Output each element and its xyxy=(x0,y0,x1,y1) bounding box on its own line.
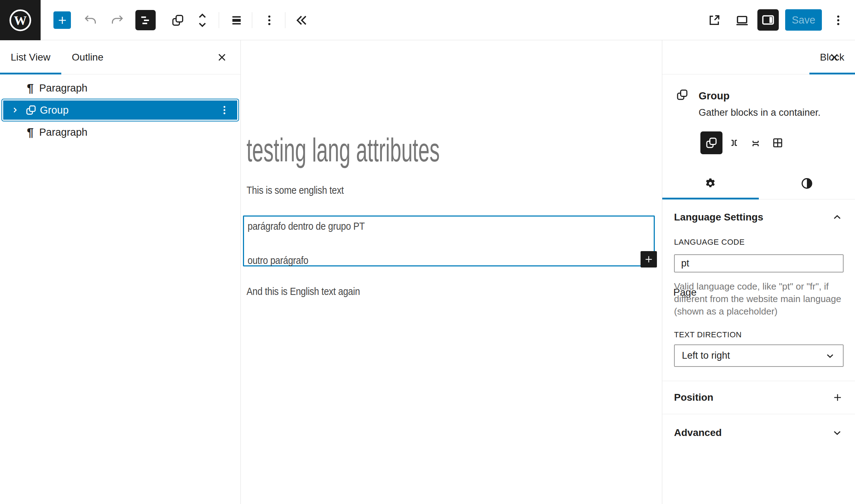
editor-header: W xyxy=(0,0,855,40)
wordpress-icon: W xyxy=(7,7,33,33)
settings-sidebar-toggle[interactable] xyxy=(757,9,779,31)
collapse-toolbar-button[interactable] xyxy=(293,0,311,40)
preview-button[interactable] xyxy=(733,0,751,40)
chevron-right-icon[interactable] xyxy=(7,105,23,115)
text-direction-label: TEXT DIRECTION xyxy=(674,330,742,339)
plus-icon xyxy=(56,14,68,26)
tab-outline[interactable]: Outline xyxy=(61,40,114,74)
group-block-icon xyxy=(23,104,39,116)
list-item-group[interactable]: Group xyxy=(1,99,239,121)
paragraph-icon: ¶ xyxy=(22,82,38,94)
list-view-toggle-button[interactable] xyxy=(135,10,156,30)
paragraph-icon: ¶ xyxy=(22,126,38,138)
tab-list-view[interactable]: List View xyxy=(0,40,61,74)
list-item-label: Group xyxy=(40,104,69,116)
position-section-header[interactable]: Position xyxy=(674,381,843,414)
editor-canvas: testing lang attributes This is some eng… xyxy=(241,40,662,504)
redo-icon xyxy=(110,13,125,28)
stack-variation-icon xyxy=(749,136,762,149)
double-chevron-left-icon xyxy=(294,13,309,28)
svg-text:W: W xyxy=(14,13,27,27)
language-code-input[interactable] xyxy=(674,254,844,272)
close-settings-button[interactable] xyxy=(826,50,842,65)
block-card-title: Group xyxy=(699,90,730,102)
text-direction-select[interactable]: Left to right xyxy=(674,344,844,367)
chevron-down-icon xyxy=(824,350,836,362)
toolbar-divider xyxy=(219,12,219,28)
list-item-label: Paragraph xyxy=(39,82,87,94)
block-options-button[interactable] xyxy=(261,0,278,40)
group-block-selected[interactable]: parágrafo dentro de grupo PT outro parág… xyxy=(243,215,655,266)
list-item-label: Paragraph xyxy=(39,126,87,138)
align-button[interactable] xyxy=(227,0,246,40)
tab-styles[interactable] xyxy=(759,167,855,199)
move-up-down-icon xyxy=(195,11,210,30)
kebab-menu-icon xyxy=(218,104,230,116)
post-title[interactable]: testing lang attributes xyxy=(247,132,440,168)
advanced-section-header[interactable]: Advanced xyxy=(674,414,843,451)
advanced-title: Advanced xyxy=(674,427,722,438)
language-code-help: Valid language code, like "pt" or "fr", … xyxy=(674,280,854,318)
settings-sidebar: Page Block Group Gather blocks in a cont… xyxy=(662,40,855,504)
group-block-icon xyxy=(171,13,185,27)
kebab-menu-icon xyxy=(831,14,845,27)
paragraph-block[interactable]: parágrafo dentro de grupo PT xyxy=(248,220,365,232)
undo-button[interactable] xyxy=(81,0,100,40)
undo-icon xyxy=(83,13,98,28)
paragraph-block[interactable]: And this is English text again xyxy=(247,285,360,297)
list-view-tabbar: List View Outline xyxy=(0,40,240,74)
gear-icon xyxy=(703,176,717,191)
list-item-options-button[interactable] xyxy=(218,99,230,121)
group-variation-icon xyxy=(705,136,718,150)
styles-half-circle-icon xyxy=(800,176,814,191)
block-mover-button[interactable] xyxy=(192,0,212,40)
list-item-paragraph[interactable]: ¶ Paragraph xyxy=(0,121,240,143)
plus-icon xyxy=(832,392,843,403)
block-inserter-button[interactable] xyxy=(53,11,71,29)
row-variation-icon xyxy=(727,136,740,149)
wordpress-logo[interactable]: W xyxy=(0,0,41,40)
external-link-icon xyxy=(707,13,722,28)
language-code-label: LANGUAGE CODE xyxy=(674,238,745,247)
variation-stack-button[interactable] xyxy=(745,131,767,154)
close-icon xyxy=(216,51,228,63)
close-icon xyxy=(828,51,840,63)
list-view-panel: List View Outline ¶ Paragraph xyxy=(0,40,241,504)
tab-settings[interactable] xyxy=(662,167,759,199)
chevron-down-icon xyxy=(831,427,843,439)
variation-grid-button[interactable] xyxy=(767,131,789,154)
view-post-button[interactable] xyxy=(705,0,723,40)
append-block-button[interactable] xyxy=(641,251,657,267)
position-title: Position xyxy=(674,392,713,403)
sidebar-panel-icon xyxy=(761,12,776,27)
language-settings-title: Language Settings xyxy=(674,212,763,223)
save-button[interactable]: Save xyxy=(785,9,822,31)
variation-row-button[interactable] xyxy=(722,131,745,154)
select-group-button[interactable] xyxy=(168,0,187,40)
align-none-icon xyxy=(229,13,244,27)
paragraph-block[interactable]: outro parágrafo xyxy=(248,254,309,266)
chevron-up-icon xyxy=(831,211,843,223)
redo-button[interactable] xyxy=(108,0,126,40)
text-direction-value: Left to right xyxy=(682,350,730,361)
grid-variation-icon xyxy=(771,136,784,149)
paragraph-block[interactable]: This is some english text xyxy=(247,184,344,196)
laptop-icon xyxy=(734,12,750,28)
group-block-icon xyxy=(675,88,689,102)
inspector-tabbar xyxy=(662,167,855,199)
settings-tabbar: Page Block xyxy=(662,40,855,74)
toolbar-divider xyxy=(285,12,285,28)
editor-page: W xyxy=(0,0,855,504)
list-item-paragraph[interactable]: ¶ Paragraph xyxy=(0,77,240,99)
variation-group-button[interactable] xyxy=(700,131,722,154)
list-view-icon xyxy=(139,13,153,27)
block-list: ¶ Paragraph Group xyxy=(0,74,240,143)
language-settings-header[interactable]: Language Settings xyxy=(674,205,843,230)
variation-picker xyxy=(700,131,789,154)
toolbar-divider xyxy=(252,12,252,28)
more-options-button[interactable] xyxy=(830,0,846,40)
kebab-menu-icon xyxy=(263,14,276,27)
block-card-description: Gather blocks in a container. xyxy=(699,107,820,118)
close-list-view-button[interactable] xyxy=(214,50,230,65)
plus-icon xyxy=(643,254,654,265)
